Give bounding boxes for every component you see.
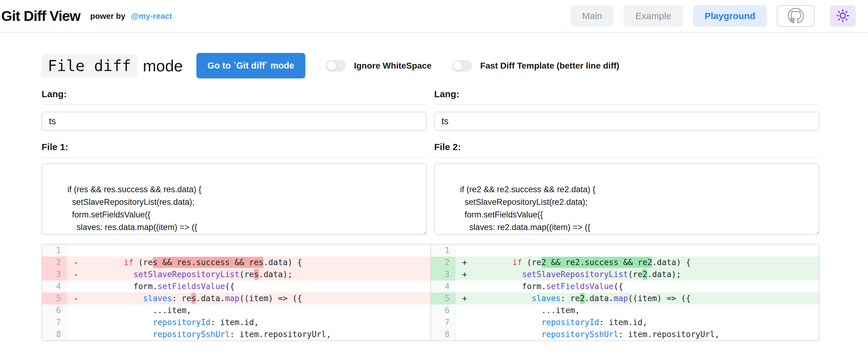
playground-button[interactable]: Playground [693,5,767,27]
lang-input-1[interactable] [41,112,427,131]
diff-marker [456,328,474,340]
line-number: 8 [42,328,67,340]
diff-marker [67,281,85,292]
theme-toggle-button[interactable] [830,5,856,27]
diff-row: 8 repositorySshUrl: item.repositoryUrl, [42,328,430,340]
code-line: repositoryId: item.id, [474,317,819,328]
diff-marker [67,245,85,257]
my-react-link[interactable]: @my-react [131,11,172,21]
diff-marker [67,328,85,340]
code-line: repositorySshUrl: item.repositoryUrl, [85,328,430,340]
file2-panel: Lang: File 2: if (re2 && re2.success && … [434,89,820,236]
fast-diff-label: Fast Diff Template (better line diff) [480,61,619,71]
diff-row: 1 [42,245,430,257]
diff-row: 6 ...item, [42,304,430,317]
code-line: form.setFieldsValue({ [85,281,430,292]
diff-marker: - [67,268,85,281]
line-number: 4 [42,281,67,292]
line-number: 8 [431,328,456,340]
mode-code-chip: File diff [41,54,137,78]
diff-row: 3- setSlaveRepositoryList(res.data); [42,268,430,281]
file2-textarea[interactable]: if (re2 && re2.success && re2.data) { se… [434,163,820,235]
line-number: 1 [42,245,67,257]
brand: Git Diff View power by @my-react [1,8,172,24]
ignore-whitespace-group: Ignore WhiteSpace [326,60,432,72]
ignore-whitespace-label: Ignore WhiteSpace [354,61,432,71]
diff-marker: + [456,257,474,268]
diff-row: 6 ...item, [431,304,819,317]
diff-marker [67,304,85,317]
diff-marker: + [456,268,474,281]
line-number: 5 [431,292,456,304]
diff-marker [456,317,474,328]
diff-row: 7 repositoryId: item.id, [431,317,819,328]
diff-pane-left: 12- if (res && res.success && res.data) … [42,245,430,340]
line-number: 1 [431,245,456,257]
diff-row: 4 form.setFieldsValue({ [431,281,819,292]
line-number: 3 [431,268,456,281]
file1-textarea[interactable]: if (res && res.success && res.data) { se… [41,163,427,235]
diff-marker [67,317,85,328]
diff-row: 2+ if (re2 && re2.success && re2.data) { [431,257,819,268]
ignore-whitespace-toggle[interactable] [326,60,346,72]
diff-row: 5+ slaves: re2.data.map((item) => ({ [431,292,819,304]
line-number: 3 [42,268,67,281]
line-number: 7 [431,317,456,328]
diff-row: 3+ setSlaveRepositoryList(re2.data); [431,268,819,281]
code-line: setSlaveRepositoryList(re2.data); [474,268,819,281]
sun-icon [835,8,850,24]
github-button[interactable] [777,5,814,27]
line-number: 4 [431,281,456,292]
line-number: 5 [42,292,67,304]
file-panels: Lang: File 1: if (res && res.success && … [41,89,819,236]
diff-pane-right: 12+ if (re2 && re2.success && re2.data) … [430,245,819,340]
diff-view: 12- if (res && res.success && res.data) … [41,244,819,341]
diff-row: 7 repositoryId: item.id, [42,317,430,328]
app-title: Git Diff View [1,8,80,24]
code-line: if (re2 && re2.success && re2.data) { [474,257,819,268]
switch-mode-button[interactable]: Go to `Git diff` mode [196,53,305,78]
toggle-knob [453,61,462,70]
code-line: slaves: res.data.map((item) => ({ [85,292,430,304]
code-line: slaves: re2.data.map((item) => ({ [474,292,819,304]
header: Git Diff View power by @my-react Main Ex… [0,0,868,33]
code-line: repositoryId: item.id, [85,317,430,328]
main-button[interactable]: Main [570,5,614,27]
fast-diff-group: Fast Diff Template (better line diff) [452,60,619,72]
line-number: 2 [42,257,67,268]
diff-marker [456,281,474,292]
diff-row: 8 repositorySshUrl: item.repositoryUrl, [431,328,819,340]
line-number: 6 [431,304,456,317]
file1-label: File 1: [41,142,427,158]
diff-row: 1 [431,245,819,257]
code-line: if (res && res.success && res.data) { [85,257,430,268]
line-number: 7 [42,317,67,328]
page-title: File diff mode [41,54,183,78]
toggle-knob [327,61,336,70]
lang-input-2[interactable] [434,112,820,131]
header-nav: Main Example Playground [570,5,856,27]
fast-diff-toggle[interactable] [452,60,472,72]
lang-label-1: Lang: [41,89,427,105]
code-line: form.setFieldsValue({ [474,281,819,292]
diff-marker: - [67,292,85,304]
file2-label: File 2: [434,142,820,158]
code-line: repositorySshUrl: item.repositoryUrl, [474,328,819,340]
example-button[interactable]: Example [624,5,683,27]
github-icon [788,8,804,25]
code-line: ...item, [474,304,819,317]
file1-panel: Lang: File 1: if (res && res.success && … [41,89,427,236]
code-line [85,245,430,257]
diff-marker [456,304,474,317]
diff-row: 5- slaves: res.data.map((item) => ({ [42,292,430,304]
diff-row: 2- if (res && res.success && res.data) { [42,257,430,268]
mode-controls: File diff mode Go to `Git diff` mode Ign… [41,53,819,78]
code-line [474,245,819,257]
mode-suffix: mode [143,57,183,75]
diff-row: 4 form.setFieldsValue({ [42,281,430,292]
code-line: setSlaveRepositoryList(res.data); [85,268,430,281]
diff-marker: - [67,257,85,268]
line-number: 6 [42,304,67,317]
power-by-text: power by [90,11,125,21]
lang-label-2: Lang: [434,89,820,105]
